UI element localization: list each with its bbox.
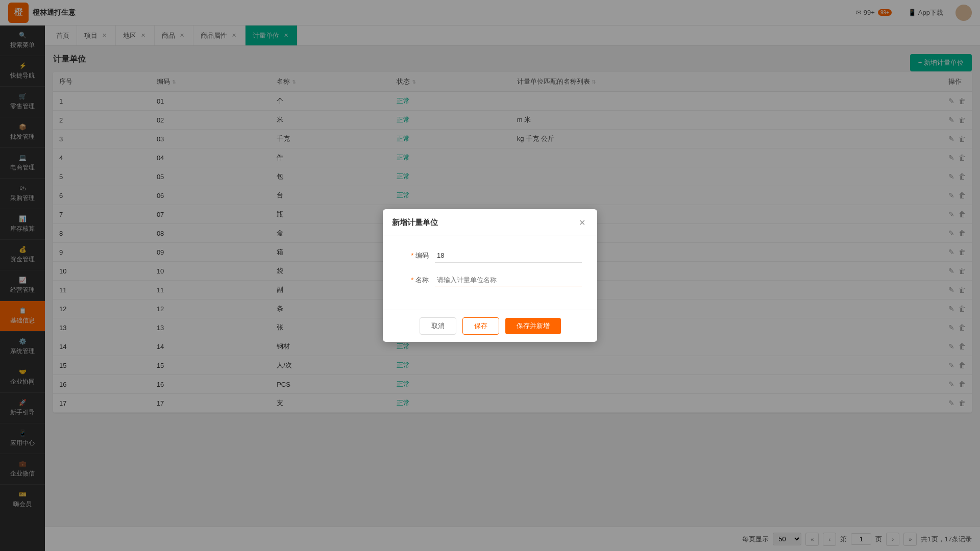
modal-title: 新增计量单位 [392, 218, 438, 228]
save-button[interactable]: 保存 [462, 317, 499, 335]
modal-header: 新增计量单位 ✕ [383, 209, 597, 236]
modal-add-unit: 新增计量单位 ✕ 编码 名称 取消 保存 保存并新增 [383, 209, 597, 342]
name-input[interactable] [435, 273, 582, 287]
form-row-code: 编码 [398, 248, 582, 263]
name-label: 名称 [398, 276, 429, 285]
modal-close-button[interactable]: ✕ [576, 216, 588, 229]
form-row-name: 名称 [398, 273, 582, 287]
code-input[interactable] [435, 248, 582, 263]
code-label: 编码 [398, 251, 429, 260]
modal-body: 编码 名称 [383, 236, 597, 310]
modal-overlay[interactable]: 新增计量单位 ✕ 编码 名称 取消 保存 保存并新增 [0, 0, 980, 551]
cancel-button[interactable]: 取消 [420, 317, 456, 335]
save-and-new-button[interactable]: 保存并新增 [505, 318, 561, 334]
modal-footer: 取消 保存 保存并新增 [383, 310, 597, 342]
